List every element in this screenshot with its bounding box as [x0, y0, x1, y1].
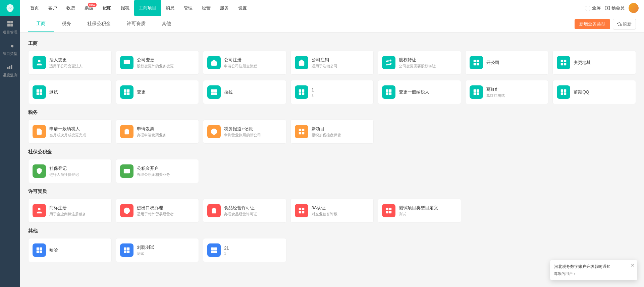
nav-management[interactable]: 管理 — [179, 0, 197, 16]
nav-billing[interactable]: 收费 — [62, 0, 80, 16]
user-avatar[interactable] — [629, 3, 639, 13]
card-trademark[interactable]: 商标注册 用于企业商标注册服务 — [28, 199, 112, 223]
card-company-change[interactable]: 公司变更 股权变更外的业务变更 — [116, 51, 199, 75]
card-title: 税务报道+记账 — [224, 126, 282, 132]
card-title: 哈哈 — [49, 247, 107, 253]
tax-cards: 申请一般纳税人 当月或次月成变更完成 申请发票 办理申请发票业务 税务报道+ — [28, 120, 636, 144]
card-desc: 适用于公司变更法人 — [49, 64, 107, 69]
sidebar-item-progress[interactable]: 进度监测 — [0, 59, 20, 80]
card-tax-report[interactable]: 税务报道+记账 拿到营业执照的新公司 — [203, 120, 286, 144]
main-wrapper: 工商 税务 社保公积金 许可资质 其他 新增业务类型 刷新 工商 法人变更 — [20, 16, 644, 287]
svg-rect-28 — [214, 92, 217, 95]
card-haha[interactable]: 哈哈 — [28, 238, 112, 262]
card-new-project[interactable]: 新项目 报税加税控盘保管 — [290, 120, 374, 144]
sub-header: 工商 税务 社保公积金 许可资质 其他 新增业务类型 刷新 — [20, 16, 644, 32]
card-title: 公司变更 — [137, 57, 195, 63]
nav-business[interactable]: 工商项目 — [134, 0, 161, 16]
svg-rect-74 — [40, 250, 42, 253]
card-social-register[interactable]: 社保登记 进行人员社保登记 — [28, 159, 112, 183]
vip-btn[interactable]: 畅会员 — [605, 5, 625, 11]
sub-tab-tax[interactable]: 税务 — [54, 16, 79, 32]
card-apply-taxpayer[interactable]: 申请一般纳税人 当月或次月成变更完成 — [28, 120, 112, 144]
card-apply-invoice[interactable]: 申请发票 办理申请发票业务 — [116, 120, 199, 144]
card-legal-change[interactable]: 法人变更 适用于公司变更法人 — [28, 51, 112, 75]
svg-rect-82 — [214, 250, 217, 253]
card-title: 21 — [224, 245, 282, 250]
svg-rect-39 — [474, 92, 476, 95]
card-gehonghong[interactable]: 葛红红 葛红红测试 — [465, 80, 549, 104]
card-liucong-test[interactable]: 刘聪测试 测试 — [116, 238, 199, 262]
fullscreen-btn[interactable]: 全屏 — [585, 5, 601, 11]
svg-rect-5 — [605, 6, 609, 10]
card-one[interactable]: 1 1 — [290, 80, 374, 104]
business-cards-row1: 法人变更 适用于公司变更法人 公司变更 股权变更外的业务变更 公司注册 — [28, 51, 636, 75]
sub-tab-business[interactable]: 工商 — [28, 16, 54, 32]
sidebar-item-project-management[interactable]: 项目管理 — [0, 16, 20, 38]
section-title-business: 工商 — [28, 41, 636, 47]
card-desc: 报税加税控盘保管 — [312, 133, 370, 138]
sub-tab-license[interactable]: 许可资质 — [119, 16, 154, 32]
card-icon-qqold — [557, 85, 570, 99]
card-fund-account[interactable]: 公积金开户 办理公积金相关业务 — [116, 159, 199, 183]
svg-rect-27 — [211, 92, 214, 95]
card-text-import-export: 进出口权办理 适用于对外贸易经营者 — [137, 205, 195, 217]
svg-rect-21 — [124, 89, 126, 92]
card-title: 公司注册 — [224, 57, 282, 63]
card-change-taxpayer[interactable]: 变更一般纳税人 — [378, 80, 461, 104]
refresh-button[interactable]: 刷新 — [613, 19, 636, 29]
card-desc: 拿到营业执照的新公司 — [224, 133, 282, 138]
card-company-cancel[interactable]: 公司注销 适用于注销公司 — [290, 51, 374, 75]
card-icon-open-company — [470, 56, 483, 69]
sidebar-item-label: 项目管理 — [3, 30, 17, 35]
card-icon-tax-report — [207, 125, 221, 138]
card-desc: 葛红红测试 — [486, 93, 544, 98]
svg-rect-19 — [37, 92, 39, 95]
card-import-export[interactable]: 进出口权办理 适用于对外贸易经营者 — [116, 199, 199, 223]
card-icon-3a-cert — [295, 204, 308, 217]
card-3a-cert[interactable]: 3A认证 对企业信誉评级 — [290, 199, 374, 223]
card-test-type[interactable]: 测试项目类型目定义 测试 — [378, 199, 461, 223]
card-equity-transfer[interactable]: 股权转让 公司变更需要股权转让 — [378, 51, 461, 75]
top-nav: 首页 客户 收费 票据 new 记账 报税 工商项目 消息 管理 经营 服务 设… — [20, 0, 644, 16]
notification-close-btn[interactable]: ✕ — [631, 263, 635, 268]
card-text-apply-invoice: 申请发票 办理申请发票业务 — [137, 126, 195, 138]
nav-service[interactable]: 服务 — [215, 0, 233, 16]
sidebar-item-project-type[interactable]: 项目类型 — [0, 38, 20, 59]
svg-rect-15 — [561, 63, 563, 65]
card-change-address[interactable]: 变更地址 — [552, 51, 636, 75]
nav-home[interactable]: 首页 — [25, 0, 44, 16]
svg-rect-34 — [389, 89, 391, 92]
card-icon-apply-taxpayer — [33, 125, 46, 138]
card-title: 刘聪测试 — [137, 244, 195, 250]
sub-tab-other[interactable]: 其他 — [154, 16, 179, 32]
sub-tab-social[interactable]: 社保公积金 — [79, 16, 119, 32]
card-food-license[interactable]: 食品经营许可证 办理食品经营许可证 — [203, 199, 286, 223]
nav-message[interactable]: 消息 — [161, 0, 179, 16]
nav-tax[interactable]: 报税 — [116, 0, 134, 16]
card-test[interactable]: 测试 — [28, 80, 112, 104]
card-title: 3A认证 — [312, 205, 370, 211]
card-icon-liucong — [120, 243, 133, 257]
card-lala[interactable]: 拉拉 — [203, 80, 286, 104]
svg-rect-71 — [37, 247, 39, 250]
nav-ticket[interactable]: 票据 new — [80, 0, 98, 16]
card-text-one: 1 1 — [312, 87, 370, 97]
nav-bookkeeping[interactable]: 记账 — [98, 0, 116, 16]
card-icon-haha — [33, 243, 46, 257]
card-title: 前期QQ — [574, 89, 632, 95]
card-open-company[interactable]: 开公司 — [465, 51, 549, 75]
nav-client[interactable]: 客户 — [44, 0, 62, 16]
svg-rect-76 — [127, 247, 129, 250]
card-qqold[interactable]: 前期QQ — [552, 80, 636, 104]
svg-rect-17 — [37, 89, 39, 92]
card-desc: 办理食品经营许可证 — [224, 212, 282, 217]
new-type-button[interactable]: 新增业务类型 — [575, 19, 610, 29]
notification-text: 尊敬的用户： — [554, 271, 633, 277]
svg-rect-73 — [37, 250, 39, 253]
card-change2[interactable]: 变更 — [116, 80, 199, 104]
nav-settings[interactable]: 设置 — [233, 0, 252, 16]
svg-rect-62 — [213, 208, 215, 209]
card-21[interactable]: 21 1 — [203, 238, 286, 262]
card-company-register[interactable]: 公司注册 申请公司注册全流程 — [203, 51, 286, 75]
nav-operation[interactable]: 经营 — [197, 0, 215, 16]
